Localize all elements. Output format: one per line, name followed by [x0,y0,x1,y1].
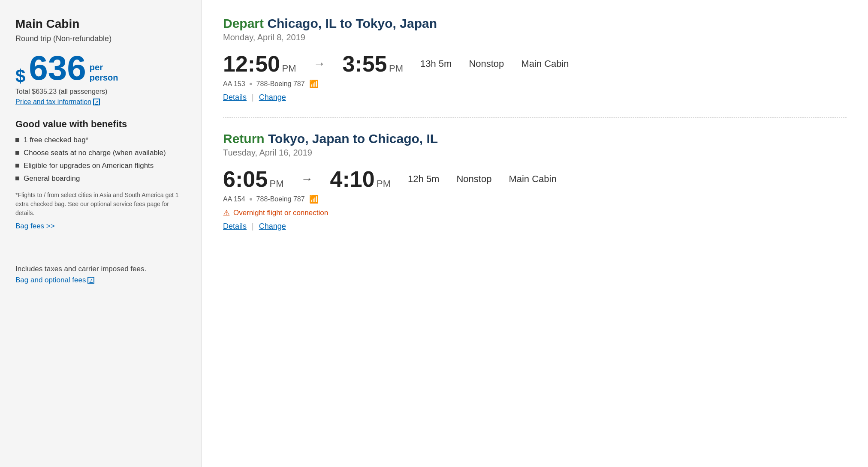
return-arrive-time: 4:10 PM [330,168,391,190]
return-wifi-icon: 📶 [309,195,319,204]
depart-duration: 13h 5m [420,58,452,69]
arrive-time: 3:55 PM [342,53,403,75]
pipe-separator: | [252,93,254,102]
return-route: Tokyo, Japan to Chicago, IL [268,132,438,146]
external-link-icon-2: ↗ [87,277,94,284]
trip-type: Round trip (Non-refundable) [15,34,186,43]
depart-word: Depart [223,16,264,30]
benefit-item: Choose seats at no charge (when availabl… [15,149,186,157]
benefit-item: General boarding [15,174,186,183]
return-change-link[interactable]: Change [259,222,286,231]
wifi-icon: 📶 [309,79,319,89]
benefit-item: Eligible for upgrades on American flight… [15,162,186,170]
bullet-icon [15,177,19,180]
return-depart-time: 6:05 PM [223,168,284,190]
includes-text: Includes taxes and carrier imposed fees. [15,265,186,273]
benefits-list: 1 free checked bag* Choose seats at no c… [15,136,186,183]
return-flight-section: Return Tokyo, Japan to Chicago, IL Tuesd… [223,132,847,231]
dot-separator-2 [250,198,252,201]
depart-flight-info: AA 153 788-Boeing 787 📶 [223,79,847,89]
depart-flight-section: Depart Chicago, IL to Tokyo, Japan Monda… [223,16,847,102]
return-word: Return [223,132,265,146]
external-link-icon: ↗ [93,99,100,105]
return-cabin-class: Main Cabin [509,174,556,185]
dot-separator [250,83,252,85]
overnight-warning-row: ⚠ Overnight flight or connection [223,208,847,218]
return-action-links: Details | Change [223,222,847,231]
price-total: Total $635.23 (all passengers) [15,88,186,96]
arrow-icon: → [313,57,325,71]
depart-flight-number: AA 153 [223,80,245,88]
bullet-icon [15,138,19,142]
return-direction: Return Tokyo, Japan to Chicago, IL [223,132,847,146]
depart-times-row: 12:50 PM → 3:55 PM 13h 5m Nonstop Main C… [223,53,847,75]
return-details-link[interactable]: Details [223,222,247,231]
price-dollar-sign: $ [15,67,25,85]
price-row: $ 636 per person [15,51,186,85]
depart-cabin-class: Main Cabin [521,58,569,69]
return-flight-number: AA 154 [223,195,245,203]
left-panel: Main Cabin Round trip (Non-refundable) $… [0,0,202,467]
return-times-row: 6:05 PM → 4:10 PM 12h 5m Nonstop Main Ca… [223,168,847,190]
return-flight-info: AA 154 788-Boeing 787 📶 [223,195,847,204]
depart-date: Monday, April 8, 2019 [223,33,847,42]
bag-optional-link[interactable]: Bag and optional fees ↗ [15,276,94,284]
pipe-separator-2: | [252,222,254,231]
price-tax-link[interactable]: Price and tax information ↗ [15,98,100,106]
divider [223,117,847,118]
per-person-label: per person [90,62,118,85]
return-duration: 12h 5m [408,174,439,185]
depart-direction: Depart Chicago, IL to Tokyo, Japan [223,16,847,31]
overnight-warning-text: Overnight flight or connection [233,209,328,217]
warning-icon: ⚠ [223,208,230,218]
depart-details-link[interactable]: Details [223,93,247,102]
return-aircraft: 788-Boeing 787 [256,195,305,203]
return-arrow-icon: → [301,172,313,186]
footnote-text: *Flights to / from select cities in Asia… [15,191,186,218]
depart-action-links: Details | Change [223,93,847,102]
depart-route: Chicago, IL to Tokyo, Japan [267,16,437,30]
depart-time: 12:50 PM [223,53,296,75]
right-panel: Depart Chicago, IL to Tokyo, Japan Monda… [202,0,868,467]
bullet-icon [15,164,19,168]
depart-aircraft: 788-Boeing 787 [256,80,305,88]
depart-change-link[interactable]: Change [259,93,286,102]
bullet-icon [15,151,19,155]
benefits-title: Good value with benefits [15,119,186,130]
bag-fees-link[interactable]: Bag fees >> [15,222,186,231]
benefit-item: 1 free checked bag* [15,136,186,144]
return-date: Tuesday, April 16, 2019 [223,148,847,158]
return-nonstop: Nonstop [456,174,491,185]
price-amount: 636 [29,51,86,85]
cabin-title: Main Cabin [15,17,186,31]
depart-nonstop: Nonstop [469,58,504,69]
